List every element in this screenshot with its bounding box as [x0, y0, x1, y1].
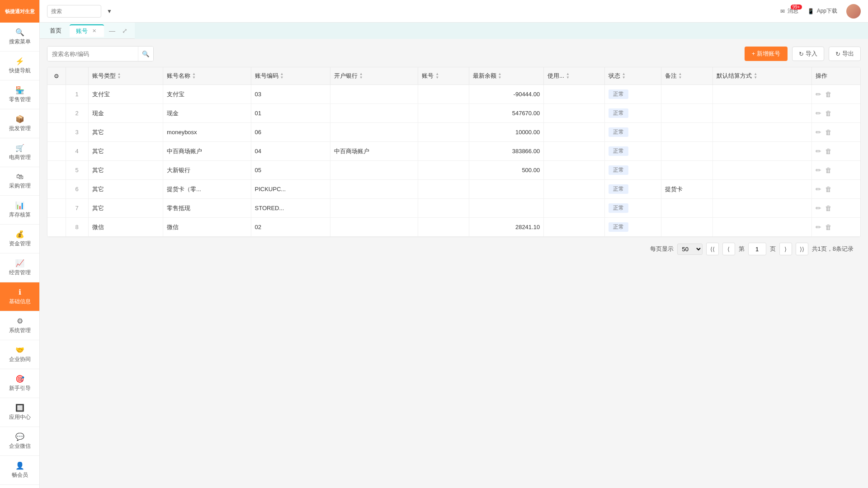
sidebar-item-new-guide[interactable]: 🎯 新手引导 — [0, 369, 39, 398]
td-account-no — [418, 180, 469, 199]
sidebar-item-label: 零售管理 — [9, 96, 31, 103]
th-account-code[interactable]: 账号编码 ▲▼ — [251, 67, 330, 85]
import-btn[interactable]: ↻ 导入 — [792, 47, 824, 61]
sidebar-item-retail-mgmt[interactable]: 🏪 零售管理 — [0, 80, 39, 109]
sidebar-item-sys-mgmt[interactable]: ⚙ 系统管理 — [0, 311, 39, 340]
th-latest-balance[interactable]: 最新余额 ▲▼ — [469, 67, 544, 85]
tab-home[interactable]: 首页 — [43, 24, 68, 37]
export-btn[interactable]: ↻ 导出 — [829, 47, 861, 61]
th-remark-label: 备注 — [665, 72, 677, 80]
td-remark — [661, 199, 713, 218]
delete-btn[interactable]: 🗑 — [825, 223, 832, 231]
sidebar-item-purchase-mgmt[interactable]: 🛍 采购管理 — [0, 167, 39, 196]
td-gear — [47, 142, 66, 161]
tab-maximize-btn[interactable]: ⤢ — [118, 24, 131, 37]
action-btns: ✏ 🗑 — [816, 90, 857, 99]
td-account-no — [418, 85, 469, 104]
sidebar-item-operation-mgmt[interactable]: 📈 经营管理 — [0, 253, 39, 282]
topbar-search-input[interactable] — [47, 5, 101, 18]
retail-icon: 🏪 — [4, 86, 36, 94]
page-size-select[interactable]: 50 10 20 100 — [677, 244, 703, 255]
app-center-icon: 🔲 — [4, 404, 36, 412]
th-usage-label: 使用... — [547, 72, 564, 80]
sidebar-item-finance-mgmt[interactable]: 💰 资金管理 — [0, 225, 39, 253]
prev-page-btn[interactable]: ⟨ — [722, 243, 735, 255]
td-latest-balance: 383866.00 — [469, 142, 544, 161]
td-num: 8 — [66, 218, 88, 237]
sidebar-item-member[interactable]: 👤 畅会员 — [0, 456, 39, 485]
delete-btn[interactable]: 🗑 — [825, 109, 832, 117]
status-badge: 正常 — [609, 184, 628, 194]
topbar-dropdown[interactable]: ▼ — [107, 8, 112, 14]
message-btn[interactable]: ✉ 消息 99+ — [780, 7, 798, 15]
th-account-type[interactable]: 账号类型 ▲▼ — [88, 67, 163, 85]
edit-btn[interactable]: ✏ — [816, 147, 821, 155]
th-settings[interactable]: ⚙ — [47, 67, 66, 85]
th-remark[interactable]: 备注 ▲▼ — [661, 67, 713, 85]
delete-btn[interactable]: 🗑 — [825, 147, 832, 155]
td-default-settlement — [713, 104, 812, 123]
sidebar-item-label: 企业协同 — [9, 356, 31, 362]
table-row: 6 其它 提货卡（零... PICKUPC... 正常 提货卡 ✏ 🗑 — [47, 180, 860, 199]
status-badge: 正常 — [609, 222, 628, 232]
tab-close-btn[interactable]: ✕ — [90, 28, 98, 35]
edit-btn[interactable]: ✏ — [816, 166, 821, 174]
wholesale-icon: 📦 — [4, 115, 36, 123]
th-usage[interactable]: 使用... ▲▼ — [544, 67, 605, 85]
basic-info-icon: ℹ — [4, 288, 36, 296]
tab-minimize-btn[interactable]: — — [106, 24, 118, 37]
sidebar-item-basic-info[interactable]: ℹ 基础信息 — [0, 282, 39, 311]
th-status[interactable]: 状态 ▲▼ — [604, 67, 661, 85]
total-label: 共1页，8条记录 — [812, 245, 854, 253]
sort-arrows-settlement: ▲▼ — [754, 72, 757, 80]
next-page-btn[interactable]: ⟩ — [779, 243, 792, 255]
delete-btn[interactable]: 🗑 — [825, 90, 832, 98]
sidebar-item-ecommerce-mgmt[interactable]: 🛒 电商管理 — [0, 138, 39, 167]
th-account-name[interactable]: 账号名称 ▲▼ — [163, 67, 251, 85]
th-account-type-label: 账号类型 — [92, 72, 116, 80]
delete-btn[interactable]: 🗑 — [825, 128, 832, 136]
add-account-btn[interactable]: + 新增账号 — [745, 47, 788, 61]
action-btns: ✏ 🗑 — [816, 166, 857, 174]
edit-btn[interactable]: ✏ — [816, 128, 821, 136]
edit-btn[interactable]: ✏ — [816, 204, 821, 212]
td-status: 正常 — [604, 161, 661, 180]
sidebar-item-wholesale-mgmt[interactable]: 📦 批发管理 — [0, 109, 39, 138]
sidebar-item-quick-nav[interactable]: ⚡ 快捷导航 — [0, 52, 39, 80]
delete-btn[interactable]: 🗑 — [825, 204, 832, 212]
account-search-btn[interactable]: 🔍 — [138, 47, 153, 61]
tab-account[interactable]: 账号 ✕ — [70, 24, 104, 37]
edit-btn[interactable]: ✏ — [816, 109, 821, 117]
first-page-btn[interactable]: ⟨⟨ — [706, 243, 719, 255]
th-account-code-label: 账号编码 — [255, 72, 278, 80]
app-icon: 📱 — [807, 8, 814, 14]
sidebar-item-label: 经营管理 — [9, 269, 31, 276]
delete-btn[interactable]: 🗑 — [825, 166, 832, 174]
last-page-btn[interactable]: ⟩⟩ — [796, 243, 808, 255]
user-avatar[interactable] — [846, 4, 861, 19]
sidebar-item-enterprise-agreement[interactable]: 🤝 企业协同 — [0, 340, 39, 369]
td-remark — [661, 85, 713, 104]
edit-btn[interactable]: ✏ — [816, 185, 821, 193]
inventory-icon: 📊 — [4, 201, 36, 210]
td-remark: 提货卡 — [661, 180, 713, 199]
th-default-settlement[interactable]: 默认结算方式 ▲▼ — [713, 67, 812, 85]
app-download-btn[interactable]: 📱 App下载 — [807, 7, 837, 15]
th-num — [66, 67, 88, 85]
delete-btn[interactable]: 🗑 — [825, 185, 832, 193]
action-btns: ✏ 🗑 — [816, 128, 857, 136]
sidebar-item-app-center[interactable]: 🔲 应用中心 — [0, 398, 39, 427]
sidebar-item-search-menu[interactable]: 🔍 搜索菜单 — [0, 23, 39, 52]
td-account-type: 支付宝 — [88, 85, 163, 104]
edit-btn[interactable]: ✏ — [816, 223, 821, 231]
page-input[interactable] — [748, 243, 766, 255]
sidebar-item-enterprise-wechat[interactable]: 💬 企业微信 — [0, 427, 39, 456]
sidebar-item-inventory[interactable]: 📊 库存核算 — [0, 196, 39, 225]
th-account-no[interactable]: 账号 ▲▼ — [418, 67, 469, 85]
action-btns: ✏ 🗑 — [816, 147, 857, 155]
account-search-input[interactable] — [47, 47, 138, 61]
td-gear — [47, 180, 66, 199]
th-bank[interactable]: 开户银行 ▲▼ — [330, 67, 418, 85]
td-default-settlement — [713, 142, 812, 161]
edit-btn[interactable]: ✏ — [816, 90, 821, 99]
